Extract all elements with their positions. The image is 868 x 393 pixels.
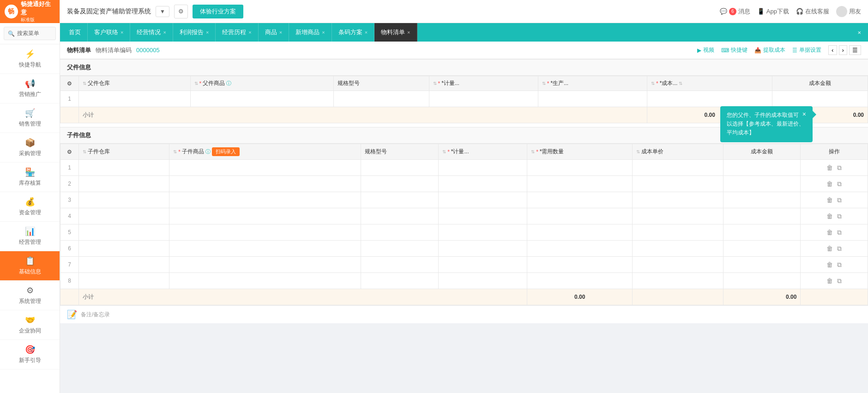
sidebar-item-inventory[interactable]: 🏪 库存核算 [0, 163, 60, 192]
breadcrumb: 物料清单 物料清单编码 0000005 [67, 46, 160, 54]
child-col-warehouse: ⇅ 子件仓库 [79, 144, 169, 160]
delete-icon-row8[interactable]: 🗑 [825, 277, 834, 284]
parent-subtotal-label: 小计 [79, 107, 647, 123]
breadcrumb-label: 物料清单编码 [96, 46, 132, 54]
online-service-action[interactable]: 🎧 在线客服 [796, 7, 829, 16]
child-row-1-cost-amount[interactable] [723, 160, 801, 176]
parent-col-production: ⇅ * *生产... [538, 76, 647, 91]
parent-col-unit: ⇅ * *计量... [429, 76, 538, 91]
parent-table-row: 1 [60, 91, 868, 107]
child-row-1-warehouse[interactable] [79, 160, 169, 176]
child-row-1-spec[interactable] [361, 160, 439, 176]
delete-icon-row6[interactable]: 🗑 [825, 245, 834, 252]
phone-icon: 📱 [757, 8, 765, 15]
child-row-1-unit[interactable] [439, 160, 527, 176]
copy-icon-row8[interactable]: ⧉ [836, 277, 843, 284]
close-all-tabs[interactable]: × [853, 23, 866, 42]
copy-icon-row6[interactable]: ⧉ [836, 245, 843, 252]
system-dropdown[interactable]: ▼ [156, 6, 169, 17]
child-col-unit-cost: ⇅ 成本单价 [633, 144, 723, 160]
tab-close-barcode[interactable]: × [365, 30, 368, 35]
sidebar-logo: 畅 畅捷通好生意 标准版 [0, 0, 60, 23]
child-col-action: 操作 [801, 144, 868, 160]
tab-close-bom[interactable]: × [407, 30, 410, 35]
child-table: ⚙ ⇅ 子件仓库 ⇅ * 子 [60, 144, 868, 305]
sidebar-item-guide[interactable]: 🎯 新手引导 [0, 340, 60, 369]
child-subtotal-row: 小计 0.00 0.00 [60, 289, 868, 305]
tab-goods[interactable]: 商品 × [259, 23, 289, 42]
tab-profit[interactable]: 利润报告 × [173, 23, 216, 42]
parent-row-1-warehouse[interactable] [79, 91, 191, 107]
single-setting-btn[interactable]: ☰ 单据设置 [792, 46, 821, 54]
tooltip-close-btn[interactable]: × [802, 111, 806, 117]
view-btn[interactable]: ▶ 视频 [697, 46, 714, 54]
experience-button[interactable]: 体验行业方案 [193, 5, 243, 18]
basic-info-icon: 📋 [25, 256, 35, 266]
parent-row-1-spec[interactable] [333, 91, 429, 107]
tab-close-new-goods[interactable]: × [322, 30, 325, 35]
delete-icon-row5[interactable]: 🗑 [825, 229, 834, 236]
copy-icon-row3[interactable]: ⧉ [836, 196, 843, 204]
copy-icon-row5[interactable]: ⧉ [836, 229, 843, 236]
child-table-row: 2 🗑 ⧉ [60, 176, 868, 192]
menu-btn[interactable]: ☰ [849, 45, 861, 55]
next-btn[interactable]: › [839, 45, 847, 55]
copy-icon-row7[interactable]: ⧉ [836, 261, 843, 268]
parent-row-1-goods[interactable] [190, 91, 333, 107]
copy-icon-row1[interactable]: ⧉ [836, 164, 843, 171]
tab-close-customer[interactable]: × [121, 30, 123, 35]
sidebar-item-enterprise[interactable]: 🤝 企业协同 [0, 310, 60, 340]
child-row-1-action: 🗑 ⧉ [801, 160, 868, 176]
delete-icon-row1[interactable]: 🗑 [825, 164, 834, 171]
sidebar-item-finance[interactable]: 💰 资金管理 [0, 192, 60, 222]
parent-row-1-unit[interactable] [429, 91, 538, 107]
sidebar-item-marketing[interactable]: 📢 营销推广 [0, 74, 60, 103]
child-row-1-qty[interactable] [527, 160, 633, 176]
shortcut-btn[interactable]: ⌨ 快捷键 [721, 46, 747, 54]
sidebar-item-purchase[interactable]: 📦 采购管理 [0, 133, 60, 163]
inventory-icon: 🏪 [25, 167, 35, 177]
sidebar-item-quick-nav[interactable]: ⚡ 快捷导航 [0, 44, 60, 74]
tab-barcode[interactable]: 条码方案 × [332, 23, 374, 42]
tab-new-goods[interactable]: 新增商品 × [289, 23, 332, 42]
delete-icon-row2[interactable]: 🗑 [825, 180, 834, 187]
system-title: 装备及固定资产辅助管理系统 [67, 7, 151, 16]
tab-bom[interactable]: 物料清单 × [374, 23, 417, 42]
child-row-1-goods[interactable] [169, 160, 361, 176]
parent-row-1-num: 1 [60, 91, 79, 107]
extract-cost-btn[interactable]: 📥 提取成本 [754, 46, 785, 54]
breadcrumb-code: 0000005 [136, 47, 160, 54]
finance-icon: 💰 [25, 197, 35, 207]
breadcrumb-bom[interactable]: 物料清单 [67, 46, 91, 54]
tab-close-profit[interactable]: × [206, 30, 209, 35]
delete-icon-row7[interactable]: 🗑 [825, 261, 834, 268]
search-menu-button[interactable]: 🔍 搜索菜单 [4, 27, 56, 40]
app-download-action[interactable]: 📱 App下载 [757, 7, 789, 16]
tab-close-goods[interactable]: × [279, 30, 282, 35]
tab-history[interactable]: 经营历程 × [216, 23, 258, 42]
parent-row-1-cost-amount[interactable] [772, 91, 868, 107]
parent-row-1-production[interactable] [538, 91, 647, 107]
prev-btn[interactable]: ‹ [828, 45, 837, 55]
sidebar-item-operations[interactable]: 📊 经营管理 [0, 222, 60, 251]
scan-input-button[interactable]: 扫码录入 [212, 147, 240, 156]
delete-icon-row4[interactable]: 🗑 [825, 212, 834, 220]
child-col-spec: 规格型号 [361, 144, 439, 160]
parent-row-1-cost[interactable] [647, 91, 772, 107]
tab-home[interactable]: 首页 [62, 23, 88, 42]
copy-icon-row2[interactable]: ⧉ [836, 180, 843, 187]
gear-button[interactable]: ⚙ [174, 5, 188, 18]
sidebar-item-system[interactable]: ⚙ 系统管理 [0, 281, 60, 310]
sidebar-item-sales[interactable]: 🛒 销售管理 [0, 103, 60, 133]
child-table-row: 8 🗑 ⧉ [60, 273, 868, 289]
tab-customer[interactable]: 客户联络 × [88, 23, 130, 42]
message-action[interactable]: 💬 6 消息 [720, 7, 750, 16]
delete-icon-row3[interactable]: 🗑 [825, 196, 834, 204]
child-row-1-unit-cost[interactable] [633, 160, 723, 176]
user-action[interactable]: 用友 [836, 6, 861, 17]
tab-close-history[interactable]: × [248, 30, 251, 35]
sidebar-item-basic-info[interactable]: 📋 基础信息 [0, 251, 60, 281]
tab-operations-status[interactable]: 经营情况 × [130, 23, 173, 42]
tab-close-ops[interactable]: × [163, 30, 166, 35]
copy-icon-row4[interactable]: ⧉ [836, 212, 843, 220]
